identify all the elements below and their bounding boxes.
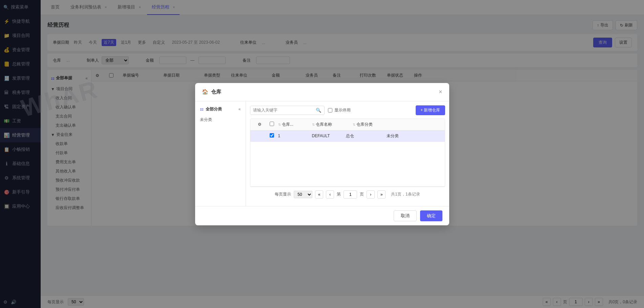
warehouse-modal: 🏠 仓库 × ⚏ 全部分类 « 未分类	[195, 83, 449, 225]
modal-last-page-btn[interactable]: »	[377, 190, 386, 199]
modal-cancel-button[interactable]: 取消	[394, 210, 417, 221]
grid-dots-icon: ⚏	[200, 107, 204, 111]
modal-close-button[interactable]: ×	[439, 88, 442, 96]
sort-icon-name: ⇅	[312, 123, 315, 126]
show-disabled-checkbox[interactable]	[328, 108, 332, 112]
modal-page-size-label: 每页显示	[275, 191, 291, 197]
modal-all-category-header[interactable]: ⚏ 全部分类 «	[195, 104, 246, 115]
modal-toolbar: 🔍 显示停用 + 新增仓库	[250, 105, 445, 115]
modal-next-page-btn[interactable]: ›	[367, 190, 375, 199]
modal-row-checkbox[interactable]	[270, 133, 274, 138]
modal-collapse-icon[interactable]: «	[238, 107, 241, 111]
modal-page-word: 第	[337, 191, 341, 197]
modal-select-all-checkbox[interactable]	[270, 122, 274, 126]
modal-pagination: 每页显示 50 10 20 100 « ‹ 第 页 › » 共1页，1条记录	[250, 187, 445, 202]
modal-header: 🏠 仓库 ×	[195, 83, 449, 101]
warehouse-title-icon: 🏠	[202, 89, 208, 95]
sort-icon-code: ⇅	[278, 123, 281, 126]
show-disabled-checkbox-label[interactable]: 显示停用	[328, 107, 351, 113]
modal-page-label: 页	[360, 191, 364, 197]
modal-table: ⚙ ⇅ 仓库... ⇅ 仓库名称	[250, 119, 445, 187]
modal-row-check[interactable]	[266, 133, 278, 139]
modal-search-button[interactable]: 🔍	[313, 106, 324, 115]
modal-col-check[interactable]	[266, 122, 278, 127]
modal-unclassified-item[interactable]: 未分类	[195, 115, 246, 125]
modal-prev-page-btn[interactable]: ‹	[326, 190, 334, 199]
modal-row-code: DEFAULT	[312, 134, 346, 138]
modal-settings-icon: ⚙	[258, 122, 262, 127]
modal-title: 🏠 仓库	[202, 89, 221, 95]
modal-table-header: ⚙ ⇅ 仓库... ⇅ 仓库名称	[250, 119, 445, 130]
modal-col-name-header: ⇅ 仓库名称	[312, 122, 353, 127]
modal-table-row[interactable]: 1 DEFAULT 总仓 未分类	[250, 130, 445, 142]
sort-icon-cat: ⇅	[353, 123, 355, 126]
modal-page-input[interactable]	[344, 190, 357, 199]
modal-overlay: 🏠 仓库 × ⚏ 全部分类 « 未分类	[0, 0, 644, 308]
modal-footer: 取消 确定	[195, 206, 449, 225]
modal-col-settings[interactable]: ⚙	[254, 122, 266, 127]
modal-row-category: 未分类	[387, 133, 441, 139]
modal-body: ⚏ 全部分类 « 未分类 🔍 显示停用	[195, 101, 449, 206]
modal-col-category-header: ⇅ 仓库分类	[353, 122, 441, 127]
modal-confirm-button[interactable]: 确定	[420, 210, 442, 221]
modal-left-panel: ⚏ 全部分类 « 未分类	[195, 101, 246, 206]
modal-right-panel: 🔍 显示停用 + 新增仓库 ⚙	[246, 101, 449, 206]
add-warehouse-button[interactable]: + 新增仓库	[416, 105, 445, 115]
modal-page-size-select[interactable]: 50 10 20 100	[294, 191, 312, 198]
modal-col-code-header: ⇅ 仓库...	[278, 122, 312, 127]
modal-first-page-btn[interactable]: «	[315, 190, 323, 199]
modal-total-info: 共1页，1条记录	[391, 191, 420, 197]
modal-search-box: 🔍	[250, 106, 325, 115]
modal-search-input[interactable]	[250, 106, 313, 114]
modal-row-seq: 1	[278, 134, 312, 138]
modal-row-name: 总仓	[346, 133, 387, 139]
